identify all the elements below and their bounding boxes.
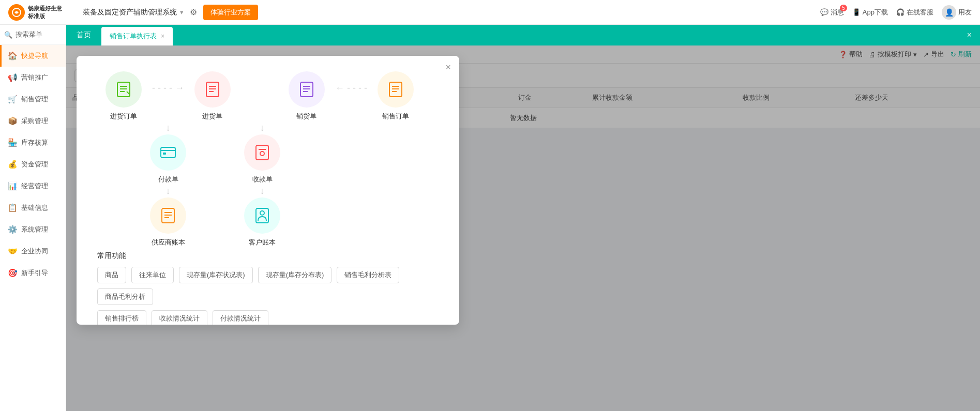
tab-close-btn[interactable]: × xyxy=(161,33,164,40)
sale-order-label: 销售订单 xyxy=(382,112,409,121)
top-bar: 畅康通好生意 标准版 装备及固定资产辅助管理系统 ▾ ⚙ 体验行业方案 💬 消息… xyxy=(0,0,980,25)
logo-area: 畅康通好生意 标准版 xyxy=(8,4,74,21)
purchase-icon: 📦 xyxy=(8,116,17,126)
finance-icon: 💰 xyxy=(8,160,17,169)
app-download-btn[interactable]: 📱 App下载 xyxy=(852,8,888,17)
sidebar-item-finance[interactable]: 💰 资金管理 xyxy=(0,154,66,175)
user-menu[interactable]: 👤 用友 xyxy=(942,5,972,20)
logo-icon xyxy=(8,4,25,21)
common-functions: 常用功能 商品 往来单位 现存量(库存状况表) 现存量(库存分布表) 销售毛利分… xyxy=(97,251,439,325)
flow-row-1: 进货订单 - - - - → 进货单 xyxy=(97,71,439,121)
popup-close-btn[interactable]: × xyxy=(445,62,451,73)
avatar: 👤 xyxy=(942,5,956,20)
message-btn[interactable]: 💬 消息 5 xyxy=(820,8,844,17)
arrow-down-receipt: ↓ xyxy=(236,184,289,197)
customer-account-label: 客户账本 xyxy=(249,238,276,247)
sidebar-nav: 🏠 快捷导航 📢 营销推广 🛒 销售管理 📦 采购管理 🏪 库存核 xyxy=(0,45,66,411)
supplier-account-icon xyxy=(150,197,186,234)
sidebar-item-purchase[interactable]: 📦 采购管理 xyxy=(0,110,66,132)
supplier-account-node: 供应商账本 xyxy=(150,197,186,247)
logo-text: 畅康通好生意 标准版 xyxy=(28,5,62,20)
sale-order-icon xyxy=(378,71,414,108)
search-icon: 🔍 xyxy=(4,31,12,39)
sidebar-item-system[interactable]: ⚙️ 系统管理 xyxy=(0,219,66,240)
common-functions-title: 常用功能 xyxy=(97,251,439,261)
home-icon: 🏠 xyxy=(8,51,17,60)
svg-point-22 xyxy=(260,151,264,156)
flow-row-5: 供应商账本 客户账本 xyxy=(97,197,439,247)
page-content: ❓ 帮助 🖨 按模板打印 ▾ ↗ 导出 ↻ 刷新 xyxy=(66,45,980,411)
func-product-btn[interactable]: 商品 xyxy=(97,267,126,283)
customer-account-node: 客户账本 xyxy=(244,197,280,247)
arrow-down-payment: ↓ xyxy=(142,184,194,197)
content-area: 首页 销售订单执行表 × × ❓ 帮助 🖨 按模板打印 xyxy=(66,25,980,411)
payment-bill-node: 付款单 xyxy=(150,134,186,184)
svg-rect-20 xyxy=(256,145,268,160)
sale-order-node: 销售订单 xyxy=(378,71,414,121)
system-icon: ⚙️ xyxy=(8,225,17,234)
receipt-bill-label: 收款单 xyxy=(252,175,273,184)
receipt-bill-icon xyxy=(244,134,280,171)
func-partner-btn[interactable]: 往来单位 xyxy=(131,267,174,283)
sidebar-item-enterprise[interactable]: 🤝 企业协同 xyxy=(0,240,66,262)
payment-bill-label: 付款单 xyxy=(158,175,178,184)
sale-bill-node: 销货单 xyxy=(289,71,325,121)
purchase-order-node: 进货订单 xyxy=(105,71,142,121)
basicinfo-icon: 📋 xyxy=(8,203,17,212)
func-sales-profit-btn[interactable]: 销售毛利分析表 xyxy=(337,267,399,283)
purchase-order-icon xyxy=(105,71,142,108)
tab-bar: 首页 销售订单执行表 × × xyxy=(66,25,980,45)
func-payment-stats-btn[interactable]: 付款情况统计 xyxy=(213,310,268,325)
func-btn-row-2: 销售排行榜 收款情况统计 付款情况统计 xyxy=(97,310,439,325)
flow-row-4: ↓ ↓ xyxy=(97,184,439,197)
dropdown-icon[interactable]: ▾ xyxy=(180,8,184,16)
receipt-bill-node: 收款单 xyxy=(244,134,280,184)
phone-icon: 📱 xyxy=(852,8,861,16)
sidebar-item-inventory[interactable]: 🏪 库存核算 xyxy=(0,132,66,154)
experience-btn[interactable]: 体验行业方案 xyxy=(203,5,258,20)
flow-diagram: 进货订单 - - - - → 进货单 xyxy=(97,71,439,247)
tab-close-all-btn[interactable]: × xyxy=(967,31,980,40)
message-badge: 5 xyxy=(840,5,847,11)
purchase-bill-label: 进货单 xyxy=(202,112,222,121)
func-stock-dist-btn[interactable]: 现存量(库存分布表) xyxy=(258,267,332,283)
sidebar-item-quick-nav[interactable]: 🏠 快捷导航 xyxy=(0,45,66,67)
svg-point-28 xyxy=(260,211,264,215)
customer-account-icon xyxy=(244,197,280,234)
inventory-icon: 🏪 xyxy=(8,138,17,147)
payment-bill-icon xyxy=(150,134,186,171)
tab-home[interactable]: 首页 xyxy=(66,25,101,45)
operation-icon: 📊 xyxy=(8,181,17,191)
top-right: 💬 消息 5 📱 App下载 🎧 在线客服 👤 用友 xyxy=(820,5,972,20)
sidebar-item-basic-info[interactable]: 📋 基础信息 xyxy=(0,197,66,219)
search-menu-btn[interactable]: 🔍 搜索菜单 xyxy=(0,25,66,45)
flow-row-2: ↓ ↓ xyxy=(97,121,439,134)
settings-icon[interactable]: ⚙ xyxy=(190,7,197,17)
arrow-down-purchase: ↓ xyxy=(142,121,194,134)
sidebar-item-sales[interactable]: 🛒 销售管理 xyxy=(0,88,66,110)
sidebar-item-operation[interactable]: 📊 经营管理 xyxy=(0,175,66,197)
popup: × 进货订单 xyxy=(77,56,459,325)
newbie-icon: 🎯 xyxy=(8,268,17,278)
sidebar: 🔍 搜索菜单 🏠 快捷导航 📢 营销推广 🛒 销售管理 📦 xyxy=(0,25,66,411)
headset-icon: 🎧 xyxy=(896,8,904,16)
func-sales-rank-btn[interactable]: 销售排行榜 xyxy=(97,310,146,325)
func-btn-row-1: 商品 往来单位 现存量(库存状况表) 现存量(库存分布表) 销售毛利分析表 商品… xyxy=(97,267,439,305)
sidebar-item-marketing[interactable]: 📢 营销推广 xyxy=(0,67,66,88)
popup-overlay: × 进货订单 xyxy=(66,45,980,411)
purchase-bill-icon xyxy=(194,71,231,108)
main-area: 🔍 搜索菜单 🏠 快捷导航 📢 营销推广 🛒 销售管理 📦 xyxy=(0,25,980,411)
arrow-left-1: ← - - - - xyxy=(335,71,367,104)
arrow-right-1: - - - - → xyxy=(152,71,184,104)
message-icon: 💬 xyxy=(820,8,828,16)
enterprise-icon: 🤝 xyxy=(8,247,17,256)
app-wrapper: 畅康通好生意 标准版 装备及固定资产辅助管理系统 ▾ ⚙ 体验行业方案 💬 消息… xyxy=(0,0,980,411)
func-receipt-stats-btn[interactable]: 收款情况统计 xyxy=(152,310,207,325)
func-product-profit-btn[interactable]: 商品毛利分析 xyxy=(97,288,153,305)
online-service-btn[interactable]: 🎧 在线客服 xyxy=(896,8,933,17)
svg-rect-19 xyxy=(163,153,166,155)
supplier-account-label: 供应商账本 xyxy=(152,238,185,247)
func-stock-status-btn[interactable]: 现存量(库存状况表) xyxy=(179,267,253,283)
sidebar-item-newbie[interactable]: 🎯 新手引导 xyxy=(0,262,66,284)
tab-sales-order[interactable]: 销售订单执行表 × xyxy=(101,27,173,45)
